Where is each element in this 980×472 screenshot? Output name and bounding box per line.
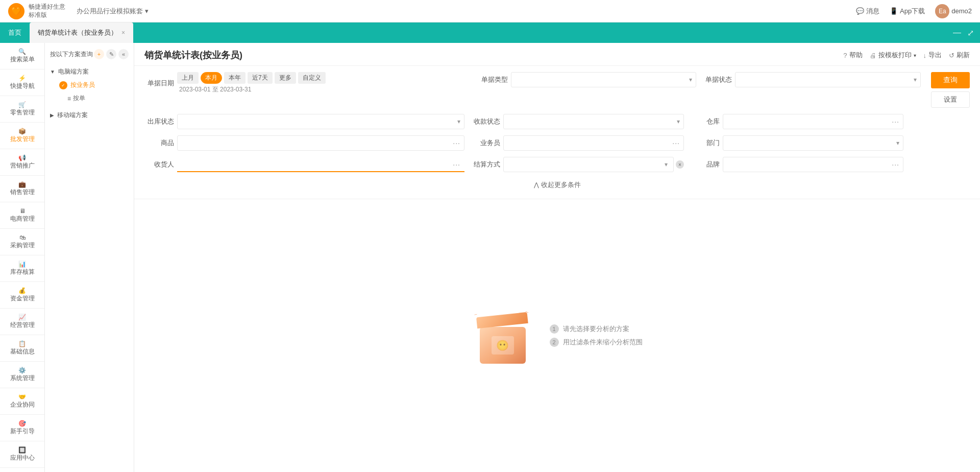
sidebar-item-finance[interactable]: 💰 资金管理 — [0, 282, 44, 309]
date-btn-7days[interactable]: 近7天 — [248, 72, 273, 84]
tab-active[interactable]: 销货单统计表（按业务员） × — [30, 22, 133, 43]
out-status-select[interactable] — [177, 114, 464, 129]
scheme-item-by-order[interactable]: ≡ 按单 — [45, 92, 134, 105]
tab-home[interactable]: 首页 — [0, 22, 30, 43]
date-btn-custom[interactable]: 自定义 — [298, 72, 326, 84]
settings-button[interactable]: 设置 — [931, 91, 970, 108]
staff-input[interactable] — [503, 135, 684, 151]
collect-status-select[interactable] — [503, 114, 684, 129]
main-layout: 🔍 搜索菜单 ⚡ 快捷导航 🛒 零售管理 📦 批发管理 📢 营销推广 💼 销售管… — [0, 43, 980, 472]
wholesale-icon: 📦 — [2, 128, 42, 135]
doc-status-select[interactable] — [735, 72, 921, 87]
tab-active-label: 销货单统计表（按业务员） — [38, 28, 117, 37]
warehouse-input[interactable] — [723, 114, 903, 129]
help-icon: ? — [843, 52, 847, 59]
sidebar-item-ecommerce-label: 电商管理 — [2, 215, 42, 223]
empty-hint-1-text: 请先选择要分析的方案 — [563, 324, 629, 334]
guide-icon: 🎯 — [2, 420, 42, 427]
print-button[interactable]: 🖨 按模板打印 ▾ — [870, 51, 916, 60]
help-label: 帮助 — [849, 51, 863, 60]
enterprise-icon: 🤝 — [2, 393, 42, 400]
scheme-collapse-icon[interactable]: « — [118, 49, 129, 59]
scheme-item-by-staff[interactable]: ✓ 按业务员 — [45, 78, 134, 92]
scheme-panel-header: 按以下方案查询 + ✎ « — [45, 47, 134, 63]
sidebar-item-search[interactable]: 🔍 搜索菜单 — [0, 43, 44, 69]
collapse-button[interactable]: ⋀ 收起更多条件 — [144, 177, 970, 193]
date-range-text: 2023-03-01 至 2023-03-31 — [177, 85, 472, 94]
sidebar-item-system[interactable]: ⚙️ 系统管理 — [0, 362, 44, 388]
scheme-item-by-order-label: 按单 — [73, 94, 85, 103]
sidebar-item-inventory-label: 库存核算 — [2, 268, 42, 276]
export-button[interactable]: ↓ 导出 — [923, 51, 942, 60]
date-label: 单据日期 — [144, 79, 174, 88]
sidebar-item-purchase-label: 采购管理 — [2, 241, 42, 250]
settle-clear-icon[interactable]: × — [676, 160, 684, 169]
sidebar-item-sales[interactable]: 💼 销售管理 — [0, 176, 44, 202]
sidebar-item-ecommerce[interactable]: 🖥 电商管理 — [0, 202, 44, 229]
sidebar-item-marketing[interactable]: 📢 营销推广 — [0, 149, 44, 176]
sidebar-item-enterprise[interactable]: 🤝 企业协同 — [0, 388, 44, 415]
print-arrow-icon: ▾ — [914, 53, 916, 58]
logo-line1: 畅捷通好生意 — [29, 3, 65, 11]
scheme-edit-icon[interactable]: ✎ — [106, 49, 116, 59]
order-icon: ≡ — [67, 95, 71, 102]
tab-close-icon[interactable]: × — [121, 29, 125, 36]
brand-input[interactable] — [723, 157, 903, 172]
doc-status-label: 单据状态 — [702, 75, 732, 84]
scheme-add-icon[interactable]: + — [94, 49, 104, 59]
empty-face-icon: 😶 — [496, 339, 509, 351]
breadcrumb[interactable]: 办公用品行业模拟账套 ▾ — [77, 7, 149, 16]
help-button[interactable]: ? 帮助 — [843, 51, 862, 60]
scheme-section-desktop-title[interactable]: ▼ 电脑端方案 — [45, 65, 134, 78]
section-arrow-mobile-icon: ▶ — [50, 112, 54, 118]
empty-step-1: 1 — [550, 324, 559, 334]
sidebar-item-quick-nav[interactable]: ⚡ 快捷导航 — [0, 69, 44, 96]
user-area[interactable]: Ea demo2 — [935, 4, 972, 18]
dept-label: 部门 — [690, 138, 720, 148]
sidebar-item-wechat[interactable]: 💬 企业微信 — [0, 468, 44, 472]
export-label: 导出 — [928, 51, 942, 60]
date-btn-this-year[interactable]: 本年 — [224, 72, 246, 84]
scheme-panel-title: 按以下方案查询 — [50, 50, 93, 59]
date-btn-last-month[interactable]: 上月 — [177, 72, 199, 84]
app-download-button[interactable]: 📱 App下载 — [890, 7, 925, 16]
sidebar-item-quick-nav-label: 快捷导航 — [2, 82, 42, 90]
dept-select[interactable] — [723, 135, 903, 151]
breadcrumb-text: 办公用品行业模拟账套 — [77, 7, 143, 16]
collect-status-label: 收款状态 — [471, 117, 500, 126]
sidebar-item-operations[interactable]: 📈 经营管理 — [0, 309, 44, 335]
doc-type-label: 单据类型 — [478, 75, 508, 84]
sidebar-item-enterprise-label: 企业协同 — [2, 400, 42, 409]
doc-type-select[interactable] — [511, 72, 697, 87]
message-label: 消息 — [866, 7, 879, 16]
refresh-button[interactable]: ↺ 刷新 — [949, 51, 970, 60]
quick-nav-icon: ⚡ — [2, 75, 42, 82]
date-btn-this-month[interactable]: 本月 — [201, 72, 222, 84]
sales-icon: 💼 — [2, 181, 42, 188]
refresh-label: 刷新 — [957, 51, 970, 60]
section-arrow-icon: ▼ — [50, 69, 55, 75]
minimize-icon[interactable]: — — [953, 28, 961, 37]
logo-area: 🧡 畅捷通好生意 标准版 — [8, 3, 65, 19]
sidebar-item-guide[interactable]: 🎯 新手引导 — [0, 415, 44, 441]
empty-content: 😶 ~ ~ 1 请先选择要分析的方案 — [472, 308, 643, 364]
export-icon: ↓ — [923, 52, 927, 59]
receiver-input[interactable] — [177, 157, 464, 172]
query-button[interactable]: 查询 — [931, 72, 970, 88]
sidebar-item-marketing-label: 营销推广 — [2, 161, 42, 170]
message-button[interactable]: 💬 消息 — [856, 7, 879, 16]
goods-input[interactable] — [177, 135, 464, 151]
sidebar-item-purchase[interactable]: 🛍 采购管理 — [0, 229, 44, 255]
sidebar-item-apps[interactable]: 🔲 应用中心 — [0, 441, 44, 468]
content-area: 按以下方案查询 + ✎ « ▼ 电脑端方案 ✓ 按业务员 ≡ 按 — [45, 43, 980, 472]
settle-input[interactable] — [503, 157, 674, 172]
sidebar-item-basic-info[interactable]: 📋 基础信息 — [0, 335, 44, 362]
date-btn-more[interactable]: 更多 — [275, 72, 296, 84]
sidebar-item-inventory[interactable]: 📊 库存核算 — [0, 255, 44, 282]
sidebar-item-retail[interactable]: 🛒 零售管理 — [0, 96, 44, 123]
maximize-icon[interactable]: ⤢ — [967, 28, 974, 38]
collapse-arrow-icon: ⋀ — [534, 181, 539, 188]
scheme-section-mobile-title[interactable]: ▶ 移动端方案 — [45, 109, 134, 122]
scheme-item-by-staff-label: 按业务员 — [70, 81, 95, 89]
sidebar-item-wholesale[interactable]: 📦 批发管理 — [0, 123, 44, 149]
